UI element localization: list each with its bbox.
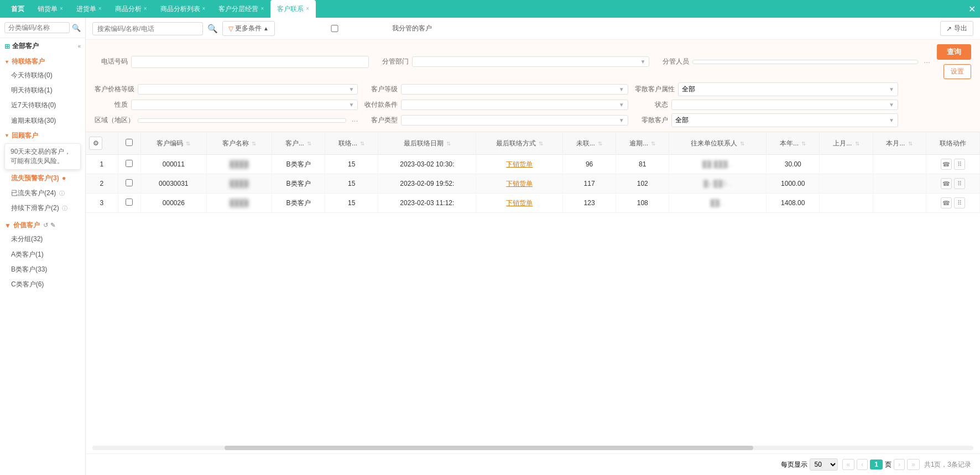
last-page-btn[interactable]: » xyxy=(907,459,920,470)
search-input[interactable] xyxy=(92,22,203,35)
tab-goods-analysis[interactable]: 商品分析 × xyxy=(108,0,154,18)
column-settings-btn[interactable]: ⚙ xyxy=(89,137,102,150)
toolbar-search-icon[interactable]: 🔍 xyxy=(207,24,218,34)
sidebar-group-value[interactable]: ▼ 价值客户 ↺ ✎ xyxy=(0,218,85,232)
action-more-2[interactable]: ⠿ xyxy=(954,197,965,208)
th-type[interactable]: 客户... ⇅ xyxy=(272,132,325,155)
payment-select[interactable]: ▼ xyxy=(401,100,628,110)
query-btn[interactable]: 查询 xyxy=(937,44,971,60)
th-name[interactable]: 客户名称 ⇅ xyxy=(206,132,272,155)
phone-input[interactable] xyxy=(131,56,369,68)
my-customers-checkbox-label[interactable]: 我分管的客户 xyxy=(279,24,432,33)
close-customer-tier-icon[interactable]: × xyxy=(260,0,264,18)
th-last-date[interactable]: 最后联络日期 ⇅ xyxy=(378,132,476,155)
sidebar-group-review[interactable]: ▼ 回顾客户 xyxy=(0,128,85,142)
refresh-icon[interactable]: ↺ xyxy=(43,222,48,229)
warning-dot: ● xyxy=(62,174,66,182)
action-phone-1[interactable]: ☎ xyxy=(941,178,952,189)
horizontal-scrollbar[interactable] xyxy=(92,446,973,450)
sidebar-item-class-c[interactable]: C类客户(6) xyxy=(0,277,85,292)
sidebar-item-tomorrow[interactable]: 明天待联络(1) xyxy=(0,83,85,98)
zero-customer-select[interactable]: 全部 ▼ xyxy=(671,113,898,127)
sidebar-item-churned[interactable]: 已流失客户(24) ⓘ xyxy=(0,186,85,201)
close-goods-analysis-icon[interactable]: × xyxy=(144,0,147,18)
contact-method-link-2[interactable]: 下销货单 xyxy=(506,199,533,207)
person-select[interactable] xyxy=(692,60,918,64)
close-sales-icon[interactable]: × xyxy=(60,0,63,18)
first-page-btn[interactable]: « xyxy=(842,459,855,470)
sidebar-item-unclassified[interactable]: 未分组(32) xyxy=(0,232,85,247)
customer-tier-select[interactable]: ▼ xyxy=(401,84,628,95)
contact-method-link-1[interactable]: 下销货单 xyxy=(506,180,533,187)
nature-select[interactable]: ▼ xyxy=(131,100,358,110)
my-customers-checkbox[interactable] xyxy=(279,25,390,32)
sidebar-search-icon[interactable]: 🔍 xyxy=(72,24,81,32)
person-dots-icon[interactable]: ··· xyxy=(924,58,930,66)
filter-customer-tier: 客户等级 ▼ xyxy=(364,84,628,95)
settings-btn[interactable]: 设置 xyxy=(943,64,971,79)
action-more-1[interactable]: ⠿ xyxy=(954,178,965,189)
close-customer-contact-icon[interactable]: × xyxy=(306,0,309,18)
dept-select[interactable]: ▼ xyxy=(412,56,650,67)
sidebar-item-week[interactable]: 近7天待联络(0) xyxy=(0,98,85,113)
th-code[interactable]: 客户编码 ⇅ xyxy=(141,132,206,155)
action-phone-2[interactable]: ☎ xyxy=(941,197,952,208)
adv-filter-row-1: 电话号码 分管部门 ▼ 分管人员 ··· xyxy=(95,44,971,79)
sidebar-item-class-b[interactable]: B类客户(33) xyxy=(0,262,85,277)
more-conditions-btn[interactable]: ▽ 更多条件 ▲ xyxy=(222,21,275,36)
sidebar-item-churn-warning[interactable]: 流失预警客户(3) ● xyxy=(0,171,85,186)
prev-page-btn[interactable]: ‹ xyxy=(857,459,868,470)
sort-method-icon: ⇅ xyxy=(539,140,543,147)
zero-attr-select[interactable]: 全部 ▼ xyxy=(678,82,898,96)
sidebar-item-today[interactable]: 今天待联络(0) xyxy=(0,68,85,83)
th-contact[interactable]: 联络... ⇅ xyxy=(325,132,378,155)
th-this-month[interactable]: 本月... ⇅ xyxy=(873,132,926,155)
contact-method-link-0[interactable]: 下销货单 xyxy=(506,160,533,168)
payment-arrow-icon: ▼ xyxy=(619,102,624,108)
page-size-select[interactable]: 20 50 100 xyxy=(810,458,838,471)
sidebar-all-customers[interactable]: ⊞ 全部客户 « xyxy=(0,38,85,54)
action-phone-0[interactable]: ☎ xyxy=(941,159,952,170)
close-purchase-icon[interactable]: × xyxy=(98,0,102,18)
price-tier-select[interactable]: ▼ xyxy=(138,84,358,95)
adv-filter-row-3: 性质 ▼ 收付款条件 ▼ 状态 xyxy=(95,100,971,110)
tab-sales[interactable]: 销货单 × xyxy=(31,0,70,18)
row-checkbox-2[interactable] xyxy=(126,199,133,206)
row-checkbox-1[interactable] xyxy=(126,179,133,186)
region-dots-icon[interactable]: ··· xyxy=(352,116,358,125)
cell-method-1[interactable]: 下销货单 xyxy=(476,174,563,194)
scrollbar-thumb[interactable] xyxy=(225,446,753,450)
th-last-method[interactable]: 最后联络方式 ⇅ xyxy=(476,132,563,155)
sidebar-item-class-a[interactable]: A类客户(1) xyxy=(0,247,85,262)
export-btn[interactable]: ↗ 导出 xyxy=(940,21,973,36)
close-goods-list-icon[interactable]: × xyxy=(202,0,206,18)
th-this-year[interactable]: 本年... ⇅ xyxy=(767,132,820,155)
tab-home[interactable]: 首页 xyxy=(4,0,31,18)
sidebar-item-overdue[interactable]: 逾期未联络(30) xyxy=(0,113,85,128)
row-checkbox-0[interactable] xyxy=(126,160,133,167)
th-last-month[interactable]: 上月... ⇅ xyxy=(820,132,873,155)
cell-method-0[interactable]: 下销货单 xyxy=(476,155,563,174)
tab-customer-tier[interactable]: 客户分层经营 × xyxy=(212,0,270,18)
tab-purchase[interactable]: 进货单 × xyxy=(70,0,108,18)
sidebar-item-declining[interactable]: 持续下滑客户(2) ⓘ xyxy=(0,201,85,216)
tri-icon-2: ▼ xyxy=(4,133,9,138)
tab-goods-analysis-list[interactable]: 商品分析列表 × xyxy=(154,0,212,18)
th-uncontacted[interactable]: 未联... ⇅ xyxy=(563,132,616,155)
sidebar-search-input[interactable] xyxy=(4,22,70,33)
th-contact-person[interactable]: 往来单位联系人 ⇅ xyxy=(669,132,767,155)
edit-icon[interactable]: ✎ xyxy=(50,222,55,229)
window-close-btn[interactable]: ✕ xyxy=(968,4,976,14)
action-more-0[interactable]: ⠿ xyxy=(954,159,965,170)
status-select[interactable]: ▼ xyxy=(671,100,898,110)
region-select[interactable] xyxy=(138,118,346,123)
tab-customer-contact[interactable]: 客户联系 × xyxy=(270,0,316,18)
action-icons-0: ☎ ⠿ xyxy=(930,159,976,170)
next-page-btn[interactable]: › xyxy=(894,459,905,470)
customer-type-select[interactable]: ▼ xyxy=(401,115,628,126)
cell-method-2[interactable]: 下销货单 xyxy=(476,194,563,213)
cell-uncontacted-2: 123 xyxy=(563,194,616,213)
select-all-checkbox[interactable] xyxy=(126,139,133,146)
th-overdue[interactable]: 逾期... ⇅ xyxy=(616,132,669,155)
sidebar-group-pending[interactable]: ▼ 待联络客户 xyxy=(0,54,85,68)
